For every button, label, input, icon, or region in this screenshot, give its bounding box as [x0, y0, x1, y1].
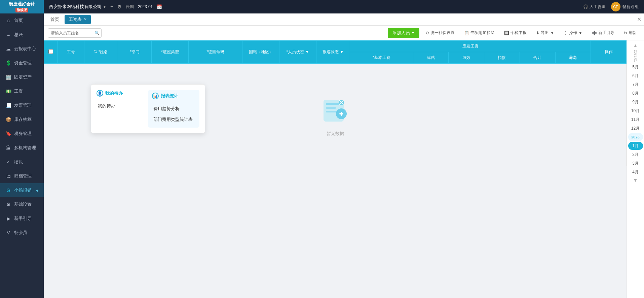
status-filter-icon[interactable]: ▼: [305, 49, 309, 54]
month-item-10[interactable]: 10月: [628, 107, 643, 115]
sidebar-item-home[interactable]: ⌂ 首页: [0, 13, 44, 28]
header-total: 合计: [520, 52, 555, 64]
month-nav-down[interactable]: ▼: [630, 176, 641, 184]
report-filter-icon[interactable]: ▼: [340, 49, 344, 54]
tab-salary[interactable]: 工资表 ✕: [65, 15, 91, 24]
tab-salary-close-icon[interactable]: ✕: [84, 17, 87, 22]
home-icon: ⌂: [5, 18, 11, 23]
sidebar-item-archive[interactable]: 🗂 归档管理: [0, 169, 44, 183]
tab-bar-close-button[interactable]: ✕: [637, 16, 641, 23]
tab-home[interactable]: 首页: [46, 15, 63, 24]
header-settings-button[interactable]: ⚙: [117, 4, 122, 9]
new-guide-label: 新手引导: [598, 30, 614, 36]
month-item-9[interactable]: 9月: [628, 98, 643, 106]
archive-icon: 🗂: [5, 173, 11, 179]
top-header: 畅捷通好会计 旗舰版 西安虾米网络科技有限公司 ▼ + ⚙ 账期 2023-01…: [0, 0, 644, 13]
service-label: 人工咨询: [590, 4, 606, 10]
refresh-button[interactable]: ↻ 刷新: [620, 28, 640, 38]
sidebar-label-org: 多机构管理: [14, 145, 36, 151]
header-add-button[interactable]: +: [110, 4, 113, 10]
calendar-icon[interactable]: 📅: [157, 4, 162, 9]
sidebar-item-tax[interactable]: 🔖 税务管理: [0, 127, 44, 141]
closing-icon: ✓: [5, 159, 11, 165]
sidebar-item-invoice[interactable]: 🧾 发票管理: [0, 98, 44, 112]
tab-bar: 首页 工资表 ✕ ✕: [44, 13, 644, 26]
sidebar: ⌂ 首页 ≡ 总账 ☁ 云报表中心 💲 资金管理 🏢 固定资产 💵 工资 🧾 发…: [0, 13, 44, 298]
month-item-3[interactable]: 3月: [628, 159, 643, 167]
popup-item-todo[interactable]: 我的待办: [97, 101, 140, 111]
search-input[interactable]: [51, 31, 94, 35]
member-icon: V: [5, 230, 11, 235]
company-chevron-icon: ▼: [103, 5, 106, 9]
popup-item-cost-trend[interactable]: 费用趋势分析: [152, 103, 195, 114]
month-item-11[interactable]: 11月: [628, 115, 643, 124]
month-item-1-current[interactable]: 1月: [628, 142, 643, 150]
header-should-pay: 应发工资: [350, 41, 591, 52]
select-all-checkbox[interactable]: [48, 49, 53, 54]
sidebar-label-guide: 新手引导: [14, 216, 32, 222]
header-name: ⇅ *姓名: [84, 41, 118, 64]
svg-rect-3: [326, 111, 338, 112]
sidebar-label-inventory: 库存核算: [14, 117, 32, 123]
sidebar-label-expense: 小畅报销: [14, 187, 32, 193]
export-label: 导出: [541, 30, 549, 36]
month-item-5[interactable]: 5月: [628, 63, 643, 71]
month-item-8[interactable]: 8月: [628, 89, 643, 97]
month-nav-up[interactable]: ▲: [630, 42, 641, 49]
popup-todo-title: 👤 我的待办: [97, 90, 140, 97]
new-guide-button[interactable]: ➕ 新手引导: [589, 28, 618, 38]
month-item-12[interactable]: 12月: [628, 124, 643, 132]
svg-rect-1: [326, 103, 339, 105]
month-item-4[interactable]: 4月: [628, 168, 643, 176]
month-item-2[interactable]: 2月: [628, 151, 643, 159]
period-value: 2023-01: [138, 4, 153, 9]
sidebar-item-cloud-report[interactable]: ☁ 云报表中心: [0, 42, 44, 56]
header-deduction: 扣款: [484, 52, 520, 64]
operation-button[interactable]: ⋮ 操作 ▼: [560, 28, 586, 38]
sidebar-item-fixed-assets[interactable]: 🏢 固定资产: [0, 70, 44, 84]
add-person-button[interactable]: 添加人员 ▼: [388, 28, 419, 38]
popup-item-dept-cost[interactable]: 部门费用类型统计表: [152, 114, 195, 125]
table-header-row-1: 工号 ⇅ *姓名 *部门 *证照类型 *证照号码 国籍（地区） *人员状态 ▼: [44, 41, 627, 52]
user-avatar: CE: [611, 2, 620, 11]
operation-chevron-icon: ▼: [578, 31, 582, 35]
svg-rect-2: [326, 107, 336, 109]
sidebar-label-fund: 资金管理: [14, 60, 32, 66]
period-label: 账期: [126, 4, 134, 10]
salary-icon: 💵: [5, 89, 11, 94]
service-link[interactable]: 🎧 人工咨询: [583, 4, 606, 10]
month-year-2023: 2023: [628, 133, 643, 141]
sidebar-item-salary[interactable]: 💵 工资: [0, 84, 44, 98]
sidebar-item-multi-org[interactable]: 🏛 多机构管理: [0, 141, 44, 155]
popup-todo-label: 我的待办: [105, 90, 123, 96]
popup-section-todo: 👤 我的待办 我的待办: [97, 90, 140, 128]
search-icon[interactable]: 🔍: [94, 31, 100, 35]
special-deduct-button[interactable]: 📋 专项附加扣除: [461, 28, 498, 38]
month-item-7[interactable]: 7月: [628, 80, 643, 89]
sidebar-collapse-icon: ◀: [36, 189, 38, 192]
sidebar-item-fund[interactable]: 💲 资金管理: [0, 56, 44, 70]
sidebar-item-expense[interactable]: G 小畅报销 ◀: [0, 183, 44, 197]
user-info[interactable]: CE 畅捷通组: [611, 2, 639, 11]
popup-report-label: 报表统计: [161, 93, 178, 99]
header-base-salary: *基本工资: [350, 52, 413, 64]
sidebar-item-guide[interactable]: ▶ 新手引导: [0, 211, 44, 226]
guide-icon2: ➕: [592, 31, 597, 35]
header-country: 国籍（地区）: [242, 41, 279, 64]
empty-state-icon: [318, 93, 352, 127]
company-name-text: 西安虾米网络科技有限公司: [49, 4, 102, 10]
sidebar-item-ledger[interactable]: ≡ 总账: [0, 28, 44, 42]
sidebar-label-salary: 工资: [14, 88, 23, 94]
company-selector[interactable]: 西安虾米网络科技有限公司 ▼: [49, 4, 106, 10]
sidebar-item-basic-settings[interactable]: ⚙ 基础设置: [0, 197, 44, 211]
social-insurance-button[interactable]: ⚙ 统一社保设置: [422, 28, 458, 38]
tax-report-button[interactable]: 🔲 个税申报: [501, 28, 530, 38]
toolbar: 🔍 添加人员 ▼ ⚙ 统一社保设置 📋 专项附加扣除 🔲 个税申报 ⬇ 导出: [44, 26, 644, 40]
export-chevron-icon: ▼: [550, 31, 554, 35]
export-button[interactable]: ⬇ 导出 ▼: [533, 28, 558, 38]
sidebar-item-member[interactable]: V 畅会员: [0, 226, 44, 240]
month-panel: ▲ 2023.01 5月 6月 7月 8月 9月 10月 11月 12月 202…: [627, 40, 644, 298]
sidebar-item-inventory[interactable]: 📦 库存核算: [0, 112, 44, 127]
sidebar-item-closing[interactable]: ✓ 结账: [0, 155, 44, 169]
month-item-6[interactable]: 6月: [628, 72, 643, 80]
